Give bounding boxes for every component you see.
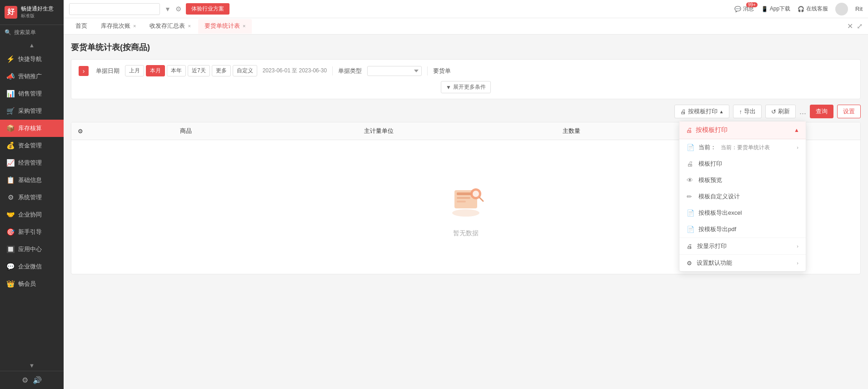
topbar-dropdown-icon[interactable]: ▼ (165, 5, 171, 13)
member-icon: 👑 (6, 280, 15, 288)
messages-btn[interactable]: 💬 消息 99+ (734, 5, 754, 13)
date-btn-this-year[interactable]: 本年 (167, 65, 186, 76)
appstore-icon: 🔲 (6, 245, 15, 253)
print-btn-label: 按模板打印 (688, 107, 718, 116)
settings-btn[interactable]: 设置 (837, 105, 861, 118)
app-logo: 好 畅捷通好生意 标准版 (0, 0, 64, 25)
sidebar-item-collab[interactable]: 🤝 企业协同 (0, 206, 64, 223)
query-btn[interactable]: 查询 (810, 105, 833, 118)
expand-tabs-btn[interactable]: ⤢ (857, 22, 863, 30)
print-popup-section-display-print[interactable]: 🖨 按显示打印 › (679, 237, 806, 254)
online-service-btn[interactable]: 🎧 在线客服 (798, 5, 828, 13)
tab-order-stats-label: 要货单统计表 (205, 22, 240, 30)
sidebar-item-sales[interactable]: 📊 销售管理 (0, 85, 64, 102)
print-popup-item-template-print[interactable]: 🖨 模板打印 (679, 156, 806, 172)
sidebar-item-system[interactable]: ⚙ 系统管理 (0, 189, 64, 206)
tab-home[interactable]: 首页 (69, 19, 94, 34)
print-popup-section-default-func[interactable]: ⚙ 设置默认功能 › (679, 254, 806, 271)
print-popup-close-arrow[interactable]: ▲ (794, 127, 799, 133)
tab-summary-close[interactable]: × (188, 23, 190, 29)
print-popup-current-label: 当前： (698, 143, 716, 152)
tabs-actions: ✕ ⤢ (847, 22, 863, 30)
print-popup-title-icon: 🖨 (686, 126, 692, 134)
filter-date-label: 单据日期 (96, 67, 120, 75)
filter-date-range: 2023-06-01 至 2023-06-30 (263, 67, 327, 75)
date-btn-prev-month[interactable]: 上月 (125, 65, 144, 76)
printer-icon: 🖨 (680, 108, 686, 115)
display-print-chevron: › (797, 243, 798, 249)
chevron-down-icon: ▼ (446, 84, 451, 91)
print-dropdown-arrow: ▲ (719, 109, 724, 114)
close-all-tabs-btn[interactable]: ✕ (847, 22, 853, 30)
date-btn-this-month[interactable]: 本月 (146, 65, 165, 76)
tab-summary[interactable]: 收发存汇总表 × (143, 19, 197, 34)
user-avatar[interactable] (835, 3, 848, 15)
sidebar-item-label: 应用中心 (18, 245, 42, 253)
print-popup-item-export-excel[interactable]: 📄 按模板导出excel (679, 205, 806, 221)
display-print-icon: 🖨 (687, 243, 693, 250)
guide-icon: 🎯 (6, 228, 15, 236)
page-title: 要货单统计表(按商品) (71, 42, 861, 53)
sidebar-item-basic[interactable]: 📋 基础信息 (0, 172, 64, 189)
sidebar-item-label: 经营管理 (18, 159, 42, 167)
collab-icon: 🤝 (6, 211, 15, 219)
system-icon: ⚙ (6, 193, 15, 202)
tab-order-stats[interactable]: 要货单统计表 × (198, 19, 252, 34)
th-qty: 主数量 (475, 122, 668, 140)
export-btn[interactable]: ↑ 导出 (733, 105, 762, 118)
sidebar-item-wechat[interactable]: 💬 企业微信 (0, 258, 64, 275)
export-pdf-icon: 📄 (687, 226, 694, 233)
refresh-btn[interactable]: ↺ 刷新 (765, 105, 796, 118)
svg-rect-3 (457, 197, 470, 199)
refresh-btn-label: 刷新 (778, 107, 790, 116)
filter-toggle-btn[interactable]: › (79, 66, 89, 76)
sidebar-item-inventory[interactable]: 📦 库存核算 (0, 120, 64, 137)
print-popup-item-template-design[interactable]: ✏ 模板自定义设计 (679, 188, 806, 205)
online-service-icon: 🎧 (798, 6, 804, 12)
print-popup-item-template-preview[interactable]: 👁 模板预览 (679, 172, 806, 188)
purchase-icon: 🛒 (6, 107, 15, 115)
app-name: 畅捷通好生意 (21, 5, 54, 13)
sidebar-scroll-up[interactable]: ▲ (0, 40, 64, 51)
template-print-label: 模板打印 (698, 160, 722, 168)
sidebar-item-quick-nav[interactable]: ⚡ 快捷导航 (0, 51, 64, 68)
settings-bottom-icon[interactable]: ⚙ (22, 376, 28, 384)
sales-icon: 📊 (6, 90, 15, 98)
sidebar-item-marketing[interactable]: 📣 营销推广 (0, 68, 64, 85)
sidebar-item-operations[interactable]: 📈 经营管理 (0, 154, 64, 172)
sidebar-item-finance[interactable]: 💰 资金管理 (0, 137, 64, 154)
trial-btn[interactable]: 体验行业方案 (186, 3, 229, 15)
filter-type-select[interactable] (367, 66, 422, 76)
topbar-search-input[interactable] (69, 3, 160, 15)
sidebar-search[interactable]: 🔍 搜索菜单 (0, 25, 64, 40)
search-icon: 🔍 (5, 29, 11, 35)
topbar-settings-icon[interactable]: ⚙ (175, 5, 181, 13)
sidebar-item-member[interactable]: 👑 畅会员 (0, 275, 64, 293)
app-download-btn[interactable]: 📱 App下载 (761, 5, 790, 13)
settings-btn-label: 设置 (843, 107, 855, 116)
sidebar-item-label: 销售管理 (18, 90, 42, 98)
tab-order-stats-close[interactable]: × (243, 23, 245, 29)
sidebar-item-guide[interactable]: 🎯 新手引导 (0, 223, 64, 241)
print-popup-title: 🖨 按模板打印 (686, 126, 728, 134)
sidebar-scroll-down[interactable]: ▼ (0, 360, 64, 371)
print-popup-current[interactable]: 📄 当前： 当前：要货单统计表 › (679, 139, 806, 156)
messages-badge: 99+ (746, 2, 758, 7)
speaker-bottom-icon[interactable]: 🔊 (33, 376, 42, 384)
tab-batch[interactable]: 库存批次账 × (95, 19, 142, 34)
sidebar-item-label: 快捷导航 (18, 55, 42, 63)
print-btn[interactable]: 🖨 按模板打印 ▲ (674, 105, 730, 118)
more-options-icon[interactable]: ... (799, 107, 806, 116)
th-settings[interactable]: ⚙ (71, 123, 90, 139)
th-product: 商品 (90, 122, 282, 140)
sidebar-item-appstore[interactable]: 🔲 应用中心 (0, 241, 64, 258)
print-popup-item-export-pdf[interactable]: 📄 按模板导出pdf (679, 221, 806, 237)
date-btn-7days[interactable]: 近7天 (188, 65, 210, 76)
date-btn-more[interactable]: 更多 (212, 65, 231, 76)
sidebar-item-purchase[interactable]: 🛒 采购管理 (0, 102, 64, 120)
tab-batch-close[interactable]: × (133, 23, 136, 29)
sidebar-item-label: 基础信息 (18, 176, 42, 184)
date-btn-custom[interactable]: 自定义 (233, 65, 257, 76)
filter-expand-btn[interactable]: ▼ 展开更多条件 (441, 81, 491, 93)
print-popup: 🖨 按模板打印 ▲ 📄 当前： 当前：要货单统计表 › 🖨 模板打印 (679, 121, 806, 272)
